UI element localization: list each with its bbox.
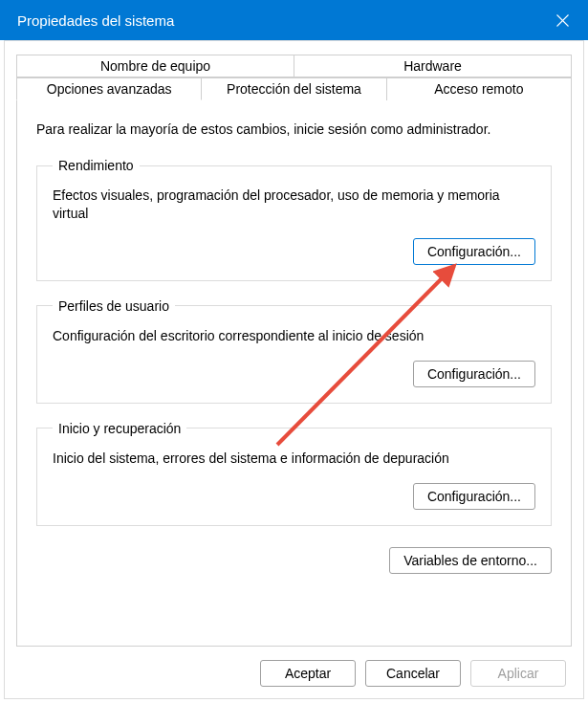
close-icon — [556, 14, 569, 27]
performance-desc: Efectos visuales, programación del proce… — [53, 187, 535, 223]
startup-legend: Inicio y recuperación — [53, 421, 186, 436]
window-title: Propiedades del sistema — [17, 12, 174, 29]
dialog-content: Nombre de equipo Hardware Opciones avanz… — [4, 40, 584, 699]
performance-settings-button[interactable]: Configuración... — [413, 238, 535, 265]
startup-desc: Inicio del sistema, errores del sistema … — [53, 450, 535, 468]
profiles-desc: Configuración del escritorio correspondi… — [53, 327, 535, 345]
performance-legend: Rendimiento — [53, 158, 140, 173]
profiles-settings-button[interactable]: Configuración... — [413, 361, 535, 387]
cancel-button[interactable]: Cancelar — [365, 660, 461, 687]
performance-group: Rendimiento Efectos visuales, programaci… — [36, 158, 552, 281]
tab-system-protection[interactable]: Protección del sistema — [202, 77, 386, 100]
startup-group: Inicio y recuperación Inicio del sistema… — [36, 421, 552, 526]
apply-button[interactable]: Aplicar — [470, 660, 566, 687]
tabs: Nombre de equipo Hardware Opciones avanz… — [16, 55, 572, 100]
env-variables-button[interactable]: Variables de entorno... — [389, 547, 552, 574]
tab-hardware[interactable]: Hardware — [294, 55, 572, 77]
tab-remote-access[interactable]: Acceso remoto — [387, 77, 572, 100]
ok-button[interactable]: Aceptar — [260, 660, 356, 687]
intro-text: Para realizar la mayoría de estos cambio… — [36, 121, 552, 137]
dialog-buttons: Aceptar Cancelar Aplicar — [16, 647, 572, 687]
close-button[interactable] — [536, 0, 588, 40]
profiles-legend: Perfiles de usuario — [53, 298, 175, 314]
titlebar: Propiedades del sistema — [0, 0, 588, 40]
advanced-panel: Para realizar la mayoría de estos cambio… — [16, 100, 572, 647]
profiles-group: Perfiles de usuario Configuración del es… — [36, 298, 552, 404]
tab-computer-name[interactable]: Nombre de equipo — [16, 55, 294, 77]
startup-settings-button[interactable]: Configuración... — [413, 483, 535, 510]
tab-advanced[interactable]: Opciones avanzadas — [16, 77, 202, 100]
